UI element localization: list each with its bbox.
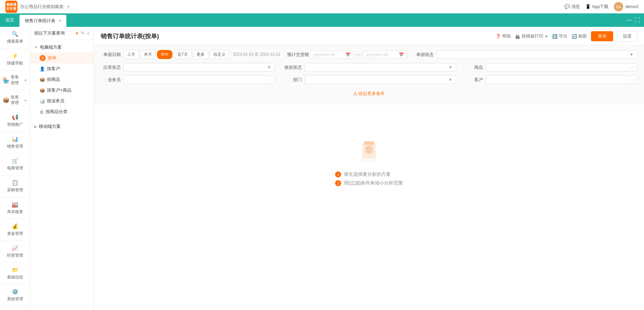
svg-point-0 — [359, 158, 379, 162]
message-btn[interactable]: 💬 消息 — [565, 4, 580, 10]
filter-row-2: 出库状态 ▼ 收款状态 ▼ 商品 — [101, 63, 637, 71]
tree-node-by-bill[interactable]: 按 按单 — [30, 53, 94, 63]
refresh-btn[interactable]: 🔄 刷新 — [572, 33, 587, 39]
svg-point-4 — [367, 148, 368, 149]
sidebar-item-ecommerce[interactable]: 🛒 电商管理 — [0, 154, 30, 175]
filter-area: 单据日期 上月 本月 本年 近7天 更多 自定义 2023-01-01 至 20… — [94, 45, 644, 104]
tab-maximize-icon[interactable]: ⛶ — [635, 17, 640, 23]
left-panel-title: 按以下方案查询 — [34, 30, 65, 36]
date-btn-this-year[interactable]: 本年 — [157, 50, 172, 59]
left-panel: 按以下方案查询 + ✎ « ▼ 电脑端方案 按 按单 👤 按客户 — [30, 27, 94, 310]
tree-node-mobile[interactable]: ▶ 移动端方案 — [30, 121, 94, 132]
tab-minimize-icon[interactable]: — — [627, 17, 632, 23]
tree-node-by-salesman[interactable]: 📊 按业务员 — [30, 96, 94, 106]
quick-nav-icon: ⚡ — [12, 53, 18, 59]
sidebar-item-search[interactable]: 🔍 搜索菜单 — [0, 27, 30, 49]
filter-col-expected-date: 预计交货期 yyyy-mm-dd 📅 — yyyy-mm-dd 📅 — [287, 51, 407, 59]
tree-node-by-goods[interactable]: 📦 按商品 — [30, 74, 94, 85]
date-btn-7days[interactable]: 近7天 — [174, 50, 192, 59]
top-bar: 畅捷通好生意 办公用品行业模拟账套 ▼ 💬 消息 📱 App下载 Ea demo… — [0, 0, 644, 13]
top-title-arrow[interactable]: ▼ — [66, 5, 70, 9]
date-label: 单据日期 — [101, 52, 121, 58]
ship-status-label: 出库状态 — [101, 64, 121, 70]
calendar-icon-2: 📅 — [399, 52, 404, 57]
help-btn[interactable]: ❓ 帮助 — [495, 33, 511, 39]
receipt-status-select[interactable]: ▼ — [305, 63, 456, 71]
date-btn-this-month[interactable]: 本月 — [140, 50, 156, 59]
top-bar-left: 畅捷通好生意 办公用品行业模拟账套 ▼ — [5, 1, 70, 13]
sidebar-item-sales[interactable]: 📊 销售管理 — [0, 132, 30, 154]
filter-col-customer: 客户 ··· — [463, 75, 637, 84]
salesman-input[interactable]: ··· — [123, 75, 275, 84]
print-arrow: ▼ — [545, 35, 548, 38]
customer-node-icon: 👤 — [40, 66, 45, 71]
customer-input[interactable]: ··· — [486, 75, 637, 84]
tab-bar: 首页 销售订单统计表 × — ⛶ — [0, 13, 644, 27]
ship-status-select[interactable]: ▼ — [123, 63, 275, 71]
empty-tip-1: 1 请先选择要分析的方案 — [335, 171, 403, 177]
dept-select[interactable]: ▼ — [305, 75, 456, 84]
user-avatar-btn[interactable]: Ea demo2 — [614, 2, 639, 11]
category-node-icon: ▦ — [40, 109, 44, 114]
search-btn[interactable]: 查询 — [591, 31, 613, 41]
date-btn-more[interactable]: 更多 — [193, 50, 208, 59]
customer-label: 客户 — [463, 77, 483, 83]
tree-node-by-category[interactable]: ▦ 按商品分类 — [30, 106, 94, 117]
purchase-icon: 📋 — [12, 179, 18, 186]
sidebar-item-finance[interactable]: 💰 资金管理 — [0, 219, 30, 241]
svg-point-5 — [370, 148, 371, 149]
sidebar-item-collab[interactable]: 👥 企业协同 — [0, 306, 30, 310]
date-range-text: 2023-01-01 至 2023-12-31 — [233, 52, 280, 57]
date-btn-group: 上月 本月 本年 近7天 更多 自定义 — [123, 50, 229, 59]
refresh-icon: 🔄 — [572, 34, 577, 39]
page-title: 销售订单统计表(按单) — [101, 32, 159, 40]
ecommerce-icon: 🛒 — [12, 158, 18, 164]
download-icon: 📱 — [585, 4, 591, 9]
sidebar-item-quick-nav[interactable]: ⚡ 快捷导航 — [0, 49, 30, 70]
tree-node-by-customer-goods[interactable]: 📦 按客户+商品 — [30, 85, 94, 96]
add-scheme-btn[interactable]: + — [75, 30, 78, 36]
tree-node-by-customer[interactable]: 👤 按客户 — [30, 63, 94, 74]
sales-icon: 📊 — [12, 136, 18, 142]
export-icon: ⬇️ — [552, 34, 557, 39]
tab-close-btn[interactable]: × — [59, 18, 61, 23]
tab-home[interactable]: 首页 — [0, 13, 19, 27]
tab-bar-right: — ⛶ — [627, 13, 644, 27]
inventory-icon: 🏭 — [12, 201, 18, 208]
app-download-btn[interactable]: 📱 App下载 — [585, 4, 608, 10]
receipt-status-label: 收款状态 — [282, 64, 302, 70]
operation-icon: 📈 — [12, 245, 18, 251]
expected-date-start[interactable]: yyyy-mm-dd 📅 — [310, 51, 354, 59]
sidebar-item-system[interactable]: ⚙️ 系统管理 — [0, 285, 30, 306]
sidebar-item-purchase[interactable]: 📋 采购管理 — [0, 175, 30, 197]
collapse-more-btn[interactable]: ⋀ 收起更多条件 — [101, 88, 637, 99]
goods-input[interactable]: ··· — [486, 63, 637, 71]
retail-arrow: ▼ — [24, 79, 27, 82]
message-icon: 💬 — [565, 4, 570, 9]
filter-row-1: 单据日期 上月 本月 本年 近7天 更多 自定义 2023-01-01 至 20… — [101, 50, 637, 59]
sidebar-item-operation[interactable]: 📈 经营管理 — [0, 241, 30, 263]
finance-icon: 💰 — [12, 223, 18, 229]
export-btn[interactable]: ⬇️ 导出 — [552, 33, 568, 39]
tree-expand-icon: ▼ — [34, 45, 38, 49]
sidebar-item-marketing[interactable]: 📢 营销推广 — [0, 110, 30, 132]
collapse-panel-btn[interactable]: « — [87, 31, 90, 36]
expected-date-end[interactable]: yyyy-mm-dd 📅 — [363, 51, 407, 59]
sidebar-item-wholesale[interactable]: 📦 批发管理 ▲ — [0, 90, 30, 110]
date-btn-last-month[interactable]: 上月 — [123, 50, 139, 59]
setting-btn[interactable]: 设置 — [617, 31, 637, 42]
filter-col-date: 单据日期 上月 本月 本年 近7天 更多 自定义 2023-01-01 至 20… — [101, 50, 280, 59]
edit-scheme-btn[interactable]: ✎ — [80, 30, 85, 36]
tab-sales-order[interactable]: 销售订单统计表 × — [19, 15, 66, 27]
print-icon: 🖨️ — [515, 34, 520, 39]
avatar: Ea — [614, 2, 623, 11]
top-bar-right: 💬 消息 📱 App下载 Ea demo2 — [565, 2, 639, 11]
sidebar-item-retail[interactable]: 🏪 零售管理 ▼ — [0, 70, 30, 90]
print-btn[interactable]: 🖨️ 按模板打印 ▼ — [515, 33, 548, 39]
sidebar-item-inventory[interactable]: 🏭 库存核算 — [0, 197, 30, 219]
tree-node-pc[interactable]: ▼ 电脑端方案 — [30, 42, 94, 53]
bill-status-arrow: ▼ — [629, 52, 634, 57]
date-btn-custom[interactable]: 自定义 — [210, 50, 229, 59]
bill-status-select[interactable]: ▼ — [436, 50, 637, 59]
sidebar-item-basic[interactable]: 📁 基础信息 — [0, 263, 30, 285]
